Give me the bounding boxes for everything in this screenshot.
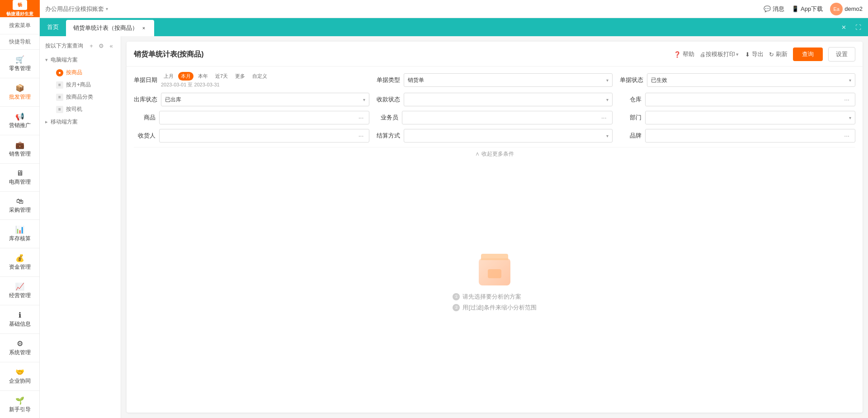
app-download-btn[interactable]: 📱 App下载 xyxy=(792,5,823,13)
recipient-dots[interactable]: ··· xyxy=(357,132,366,139)
sidebar-item-ecommerce[interactable]: 🖥 电商管理 xyxy=(0,164,39,192)
payment-select[interactable]: ▾ xyxy=(404,129,612,142)
date-tab-last-month[interactable]: 上月 xyxy=(161,72,176,81)
sidebar-item-purchase[interactable]: 🛍 采购管理 xyxy=(0,192,39,220)
sidebar-item-retail[interactable]: 🛒 零售管理 xyxy=(0,50,39,78)
quick-nav[interactable]: 快捷导航 xyxy=(0,34,39,50)
sidebar-item-enterprise[interactable]: 🤝 企业协同 xyxy=(0,362,39,391)
tree-section-mobile[interactable]: ▸ 移动端方案 xyxy=(40,115,121,128)
product-field: 商品 ··· xyxy=(134,111,369,124)
refresh-btn[interactable]: ↻ 刷新 xyxy=(769,50,788,58)
by-product-category-icon: ≡ xyxy=(56,94,63,101)
date-field: 单据日期 上月 本月 本年 近7天 更多 自定义 2023-03-01 至 20… xyxy=(134,72,369,88)
search-menu[interactable]: 搜索菜单 xyxy=(0,17,39,34)
date-range-text[interactable]: 2023-03-01 至 2023-03-31 xyxy=(161,81,369,88)
sidebar-item-base-info[interactable]: ℹ 基础信息 xyxy=(0,305,39,334)
date-tab-this-month[interactable]: 本月 xyxy=(178,72,193,81)
export-btn[interactable]: ⬇ 导出 xyxy=(745,50,764,58)
sidebar-item-marketing[interactable]: 📢 营销推广 xyxy=(0,107,39,135)
payment-field: 结算方式 ▾ xyxy=(377,129,612,142)
ecommerce-icon: 🖥 xyxy=(16,169,24,177)
date-tab-custom[interactable]: 自定义 xyxy=(250,72,270,81)
sidebar-item-sales[interactable]: 💼 销售管理 xyxy=(0,135,39,164)
product-label: 商品 xyxy=(134,114,159,122)
salesman-select[interactable]: ··· xyxy=(402,111,612,124)
messages-btn[interactable]: 💬 消息 xyxy=(764,5,784,13)
query-btn[interactable]: 查询 xyxy=(793,48,823,61)
empty-hint-2: ② 用[过滤]条件来缩小分析范围 xyxy=(453,304,536,312)
warehouse-select[interactable]: ··· xyxy=(645,93,855,106)
date-tab-last-7-days[interactable]: 近7天 xyxy=(212,72,231,81)
empty-hint: ① 请先选择要分析的方案 ② 用[过滤]条件来缩小分析范围 xyxy=(453,293,536,312)
panel-collapse-btn[interactable]: « xyxy=(107,42,115,50)
recipient-select[interactable]: ··· xyxy=(159,129,369,142)
empty-illustration xyxy=(472,240,517,285)
print-btn[interactable]: 🖨 按模板打印 ▾ xyxy=(700,50,740,58)
sidebar-item-wholesale[interactable]: 📦 批发管理 xyxy=(0,78,39,107)
hint-number-1: ① xyxy=(453,293,460,300)
filter-row-1: 单据日期 上月 本月 本年 近7天 更多 自定义 2023-03-01 至 20… xyxy=(134,72,855,88)
panel-header-actions: + ⚙ « xyxy=(87,42,115,50)
maximize-btn[interactable]: ⛶ xyxy=(852,21,864,33)
user-avatar: Ea xyxy=(830,3,843,15)
tab-home[interactable]: 首页 xyxy=(40,18,66,36)
filter-row-4: 收货人 ··· 结算方式 ▾ xyxy=(134,129,855,142)
scheme-settings-btn[interactable]: ⚙ xyxy=(97,42,105,50)
salesman-field: 业务员 ··· xyxy=(377,111,612,124)
product-select[interactable]: ··· xyxy=(159,111,369,124)
warehouse-status-arrow: ▾ xyxy=(363,97,365,102)
receipt-status-select[interactable]: ▾ xyxy=(404,93,612,106)
collapse-bar[interactable]: ∧ 收起更多条件 xyxy=(134,147,855,161)
export-icon: ⬇ xyxy=(745,51,750,58)
doc-status-select[interactable]: 已生效 ▾ xyxy=(647,73,855,87)
app-logo[interactable]: 畅 畅捷通好生意 xyxy=(0,0,40,17)
brand-field: 品牌 ··· xyxy=(620,129,855,142)
sidebar-item-inventory[interactable]: 📊 库存核算 xyxy=(0,220,39,248)
warehouse-dots[interactable]: ··· xyxy=(842,96,851,103)
payment-label: 结算方式 xyxy=(377,132,404,140)
scheme-by-product[interactable]: ● 按商品 xyxy=(43,66,121,79)
date-tab-this-year[interactable]: 本年 xyxy=(195,72,211,81)
left-panel: 按以下方案查询 + ⚙ « ▾ 电脑端方案 ● 按商品 ≡ 按月+ xyxy=(40,36,121,418)
doc-type-arrow: ▾ xyxy=(606,78,609,83)
brand-select[interactable]: ··· xyxy=(645,129,855,142)
setting-btn[interactable]: 设置 xyxy=(828,47,855,62)
receipt-status-field: 收款状态 ▾ xyxy=(377,93,612,106)
purchase-icon: 🛍 xyxy=(16,197,24,205)
tab-sales-stats[interactable]: 销货单统计表（按商品） × xyxy=(66,20,154,36)
tabbar: 首页 销货单统计表（按商品） × ✕ ⛶ xyxy=(40,18,868,36)
user-menu[interactable]: Ea demo2 xyxy=(830,3,863,15)
brand-dots[interactable]: ··· xyxy=(842,132,851,139)
close-window-btn[interactable]: ✕ xyxy=(837,21,850,33)
topbar-right: 💬 消息 📱 App下载 Ea demo2 xyxy=(764,3,863,15)
scheme-by-product-category[interactable]: ≡ 按商品分类 xyxy=(43,91,121,103)
by-product-icon: ● xyxy=(56,69,63,76)
sidebar-item-system[interactable]: ⚙ 系统管理 xyxy=(0,334,39,362)
department-field: 部门 ▾ xyxy=(620,111,855,124)
salesman-dots[interactable]: ··· xyxy=(599,114,609,121)
doc-type-select[interactable]: 销货单 ▾ xyxy=(404,73,612,87)
topbar-left: 办公用品行业模拟账套 ▾ xyxy=(45,5,108,13)
sidebar-item-operations[interactable]: 📈 经营管理 xyxy=(0,277,39,305)
sidebar-item-finance[interactable]: 💰 资金管理 xyxy=(0,248,39,277)
operations-icon: 📈 xyxy=(15,282,24,291)
tab-close-btn[interactable]: × xyxy=(141,25,147,31)
product-dots[interactable]: ··· xyxy=(357,114,366,121)
sidebar-item-newbie[interactable]: 🌱 新手引导 xyxy=(0,391,39,418)
warehouse-status-select[interactable]: 已出库 ▾ xyxy=(161,93,369,106)
empty-state: ① 请先选择要分析的方案 ② 用[过滤]条件来缩小分析范围 xyxy=(127,166,863,413)
department-select[interactable]: ▾ xyxy=(645,111,855,124)
help-btn[interactable]: ❓ 帮助 xyxy=(674,50,694,58)
tree-section-desktop[interactable]: ▾ 电脑端方案 xyxy=(40,53,121,66)
scheme-by-cashier[interactable]: ≡ 按司机 xyxy=(43,103,121,115)
doc-status-label: 单据状态 xyxy=(620,76,647,84)
date-tab-more[interactable]: 更多 xyxy=(232,72,248,81)
date-tabs: 上月 本月 本年 近7天 更多 自定义 xyxy=(161,72,369,81)
message-icon: 💬 xyxy=(764,5,771,12)
print-dropdown-arrow[interactable]: ▾ xyxy=(735,52,740,57)
industry-name: 办公用品行业模拟账套 xyxy=(45,5,104,13)
doc-type-label: 单据类型 xyxy=(377,76,404,84)
scheme-by-month-product[interactable]: ≡ 按月+商品 xyxy=(43,79,121,91)
add-scheme-btn[interactable]: + xyxy=(87,42,95,50)
industry-selector[interactable]: 办公用品行业模拟账套 ▾ xyxy=(45,5,108,13)
